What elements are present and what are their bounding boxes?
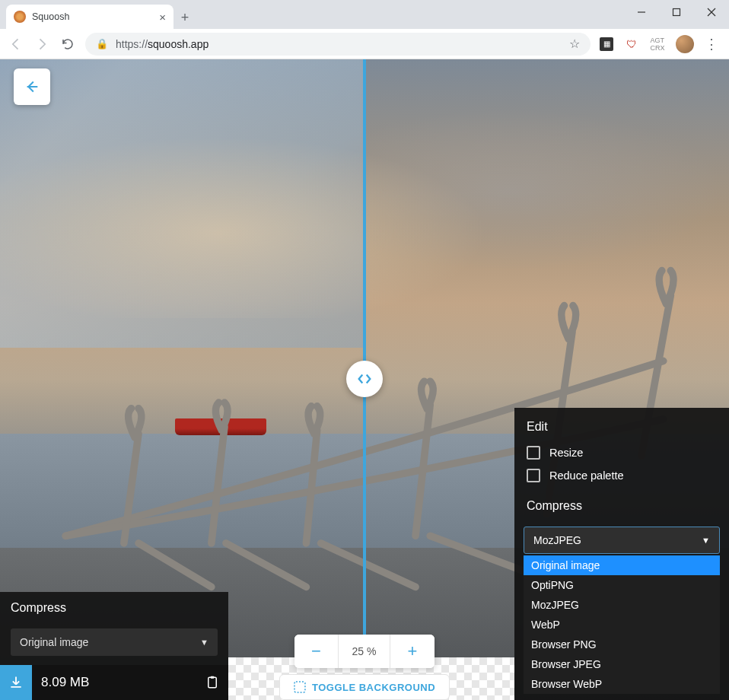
left-codec-select[interactable]: Original image ▼ xyxy=(11,628,218,656)
bookmark-star-icon[interactable]: ☆ xyxy=(569,37,580,51)
comparison-slider-handle[interactable] xyxy=(346,361,383,397)
browser-tab[interactable]: Squoosh × xyxy=(6,5,173,29)
zoom-out-button[interactable]: − xyxy=(294,635,339,668)
lock-icon: 🔒 xyxy=(96,38,108,49)
address-bar[interactable]: 🔒 https://squoosh.app ☆ xyxy=(85,33,591,56)
right-codec-select[interactable]: MozJPEG ▼ xyxy=(524,527,720,554)
profile-avatar[interactable] xyxy=(676,35,694,53)
checkbox-icon xyxy=(527,469,540,482)
codec-option[interactable]: OptiPNG xyxy=(524,575,720,595)
tab-close-icon[interactable]: × xyxy=(159,11,166,24)
reduce-palette-checkbox-row[interactable]: Reduce palette xyxy=(527,464,717,487)
resize-label: Resize xyxy=(549,447,583,459)
zoom-value: 25 % xyxy=(339,635,390,668)
left-panel-title: Compress xyxy=(0,592,228,624)
zoom-controls: − 25 % + xyxy=(294,635,435,668)
toggle-background-button[interactable]: TOGGLE BACKGROUND xyxy=(279,674,450,700)
right-codec-value: MozJPEG xyxy=(533,534,581,546)
window-maximize-button[interactable] xyxy=(659,0,694,24)
svg-rect-5 xyxy=(209,677,217,688)
codec-option[interactable]: MozJPEG xyxy=(524,595,720,615)
checkbox-icon xyxy=(527,446,540,460)
resize-checkbox-row[interactable]: Resize xyxy=(527,441,717,464)
left-codec-value: Original image xyxy=(20,636,88,648)
svg-rect-1 xyxy=(673,9,680,16)
svg-rect-6 xyxy=(211,676,215,679)
tab-favicon xyxy=(14,11,26,23)
url-text: https://squoosh.app xyxy=(116,38,209,50)
download-button[interactable] xyxy=(0,665,32,700)
browser-tab-bar: Squoosh × + xyxy=(0,0,729,29)
nav-back-button[interactable] xyxy=(8,36,24,52)
browser-menu-button[interactable]: ⋮ xyxy=(705,36,718,52)
edit-section-title: Edit xyxy=(527,420,717,434)
window-close-button[interactable] xyxy=(694,0,729,24)
copy-button[interactable] xyxy=(196,665,228,700)
browser-toolbar: 🔒 https://squoosh.app ☆ ▦ 🛡 AGTCRX ⋮ xyxy=(0,29,729,59)
reduce-palette-label: Reduce palette xyxy=(549,469,624,482)
chevron-down-icon: ▼ xyxy=(702,536,710,545)
new-tab-button[interactable]: + xyxy=(173,6,196,29)
extension-icon[interactable]: ▦ xyxy=(600,37,613,51)
compress-section-title: Compress xyxy=(527,499,717,513)
codec-option[interactable]: Browser JPEG xyxy=(524,654,720,674)
codec-dropdown-list: Original imageOptiPNGMozJPEGWebPBrowser … xyxy=(524,555,720,694)
svg-rect-4 xyxy=(294,682,305,692)
left-panel: Compress Original image ▼ 8.09 MB xyxy=(0,592,228,700)
file-size-label: 8.09 MB xyxy=(32,665,196,700)
extension-icon[interactable]: 🛡 xyxy=(624,37,639,52)
app-viewport: − 25 % + TOGGLE BACKGROUND Compress Orig… xyxy=(0,59,729,700)
nav-reload-button[interactable] xyxy=(59,36,76,52)
extension-icon[interactable]: AGTCRX xyxy=(650,37,665,52)
codec-option[interactable]: Original image xyxy=(524,555,720,575)
codec-option[interactable]: Browser WebP xyxy=(524,674,720,694)
toggle-background-label: TOGGLE BACKGROUND xyxy=(312,682,435,693)
codec-option[interactable]: Browser PNG xyxy=(524,635,720,654)
nav-forward-button[interactable] xyxy=(33,36,50,52)
tab-title: Squoosh xyxy=(32,11,69,22)
codec-option[interactable]: WebP xyxy=(524,615,720,635)
chevron-down-icon: ▼ xyxy=(200,638,209,647)
zoom-in-button[interactable]: + xyxy=(390,635,435,668)
right-panel: Edit Resize Reduce palette Compress MozJ… xyxy=(514,408,729,700)
window-minimize-button[interactable] xyxy=(624,0,659,24)
app-back-button[interactable] xyxy=(14,68,50,105)
